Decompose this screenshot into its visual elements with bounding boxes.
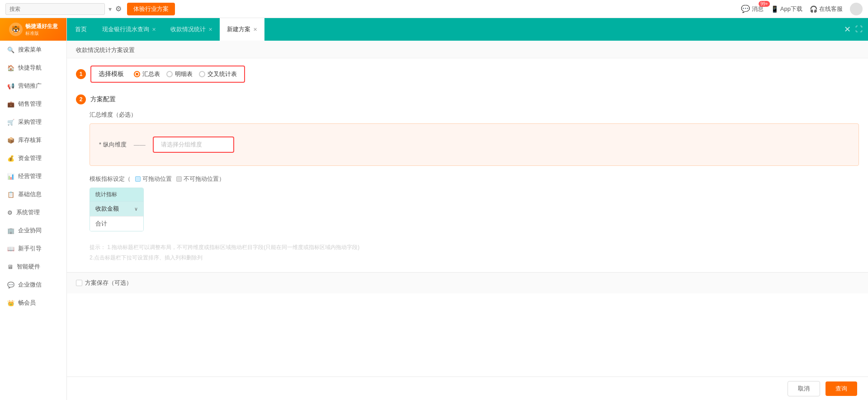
breadcrumb: 收款情况统计方案设置: [67, 41, 868, 58]
bottom-save-row: 方案保存（可选）: [67, 272, 868, 293]
headphone-icon: 🎧: [810, 5, 817, 13]
sidebar-item-collab[interactable]: 🏢企业协同: [0, 221, 66, 240]
metrics-card-sub: 合计: [90, 216, 143, 231]
system-icon: ⚙: [7, 209, 13, 216]
sidebar-item-hardware[interactable]: 🖥智能硬件: [0, 258, 66, 276]
tips-section: 提示： 1.拖动标题栏可以调整布局，不可跨维度或指标区域拖动栏目字段(只能在同一…: [90, 242, 859, 263]
purchase-icon: 🛒: [7, 119, 14, 126]
metrics-group: 统计指标 收款金额 ∨ 合计: [90, 188, 144, 231]
save-checkbox[interactable]: [76, 280, 82, 286]
tab-new-plan-close[interactable]: ✕: [253, 27, 257, 33]
basic-icon: 📋: [7, 191, 14, 198]
home-icon: 🏠: [7, 65, 14, 71]
step1-label: 选择模板: [99, 70, 124, 78]
tab-new-plan-label: 新建方案: [227, 25, 250, 33]
sidebar-item-member[interactable]: 👑畅会员: [0, 294, 66, 312]
step2-label: 方案配置: [90, 95, 116, 104]
management-icon: 📊: [7, 173, 14, 180]
sidebar-item-search[interactable]: 🔍搜索菜单: [0, 41, 66, 59]
dim-arrow: ——: [134, 141, 146, 148]
tab-cash-query-close[interactable]: ✕: [152, 27, 156, 33]
radio-cross[interactable]: 交叉统计表: [199, 70, 237, 78]
dropdown-icon: ▾: [108, 5, 112, 13]
support-btn[interactable]: 🎧 在线客服: [810, 5, 843, 13]
wechat-icon: 💬: [7, 282, 14, 288]
message-icon: 💬: [741, 5, 750, 13]
radio-detail-label: 明细表: [175, 70, 193, 78]
tab-payment-stats-label: 收款情况统计: [170, 25, 206, 33]
inventory-icon: 📦: [7, 137, 14, 144]
sidebar-item-marketing[interactable]: 📢营销推广: [0, 77, 66, 95]
tip2: 2.点击标题栏下拉可设置排序、插入列和删除列: [90, 254, 203, 261]
radio-summary-label: 汇总表: [142, 70, 160, 78]
tab-cash-query-label: 现金银行流水查询: [102, 25, 149, 33]
dimension-title: 汇总维度（必选）: [90, 111, 859, 119]
logo-text: 畅捷通好生意: [25, 23, 58, 30]
save-label: 方案保存（可选）: [85, 279, 132, 287]
gear-icon[interactable]: ⚙: [115, 5, 122, 13]
tab-home[interactable]: 首页: [67, 18, 95, 41]
sidebar-item-inventory[interactable]: 📦库存核算: [0, 131, 66, 149]
tips-title: 提示：: [90, 244, 106, 250]
sidebar-logo: 🐯 畅捷通好生意 标准版: [0, 18, 66, 41]
sidebar-item-wechat[interactable]: 💬企业微信: [0, 276, 66, 294]
tab-new-plan[interactable]: 新建方案 ✕: [220, 18, 264, 41]
sidebar-item-system[interactable]: ⚙系统管理: [0, 203, 66, 221]
step2-badge: 2: [76, 94, 86, 104]
step1-badge: 1: [76, 69, 86, 79]
tab-payment-stats-close[interactable]: ✕: [208, 27, 212, 33]
sidebar-item-basic[interactable]: 📋基础信息: [0, 185, 66, 203]
sidebar-item-purchase[interactable]: 🛒采购管理: [0, 113, 66, 131]
guide-icon: 📖: [7, 245, 14, 252]
sidebar-item-guide[interactable]: 📖新手引导: [0, 240, 66, 258]
message-btn[interactable]: 💬 消息 99+: [741, 5, 764, 13]
sales-icon: 💼: [7, 101, 14, 108]
radio-cross-label: 交叉统计表: [208, 70, 237, 78]
hardware-icon: 🖥: [7, 264, 13, 270]
app-download-btn[interactable]: 📱 App下载: [771, 5, 802, 13]
search-input[interactable]: [5, 3, 105, 15]
tab-cash-query[interactable]: 现金银行流水查询 ✕: [95, 18, 163, 41]
sidebar-item-sales[interactable]: 💼销售管理: [0, 95, 66, 113]
app-download-label: App下载: [780, 5, 802, 13]
cancel-button[interactable]: 取消: [788, 381, 820, 396]
tab-home-label: 首页: [75, 25, 87, 33]
tab-close-all-icon[interactable]: ✕: [844, 24, 851, 34]
footer-bar: 取消 查询: [67, 376, 868, 400]
dim-select-box[interactable]: 请选择分组维度: [153, 136, 234, 153]
tab-payment-stats[interactable]: 收款情况统计 ✕: [163, 18, 220, 41]
sidebar-item-management[interactable]: 📊经营管理: [0, 167, 66, 185]
metrics-setting-label: 模板指标设定（ 可拖动位置 不可拖动位置）: [90, 175, 859, 183]
metrics-group-label: 统计指标: [95, 191, 117, 198]
search-icon: 🔍: [7, 47, 14, 53]
trial-button[interactable]: 体验行业方案: [127, 3, 175, 15]
member-icon: 👑: [7, 300, 14, 306]
avatar[interactable]: [850, 3, 863, 15]
drag-label: 可拖动位置: [142, 175, 172, 183]
marketing-icon: 📢: [7, 83, 14, 89]
chevron-down-icon: ∨: [134, 206, 138, 212]
radio-detail[interactable]: 明细表: [166, 70, 193, 78]
tip1: 1.拖动标题栏可以调整布局，不可跨维度或指标区域拖动栏目字段(只能在同一维度或指…: [107, 244, 359, 250]
finance-icon: 💰: [7, 155, 14, 162]
radio-summary[interactable]: 汇总表: [134, 70, 160, 78]
metrics-card[interactable]: 收款金额 ∨: [90, 202, 143, 216]
dimension-area: * 纵向维度 —— 请选择分组维度: [90, 123, 859, 166]
phone-icon: 📱: [771, 5, 778, 13]
message-badge: 99+: [759, 1, 770, 7]
support-label: 在线客服: [819, 5, 843, 13]
sidebar-item-home[interactable]: 🏠快捷导航: [0, 59, 66, 77]
logo-sub: 标准版: [25, 30, 58, 37]
collab-icon: 🏢: [7, 227, 14, 234]
dim-row-label: * 纵向维度: [99, 141, 127, 149]
sidebar-item-finance[interactable]: 💰资金管理: [0, 149, 66, 167]
metrics-card-title: 收款金额: [95, 205, 119, 213]
no-drag-label: 不可拖动位置）: [184, 175, 225, 183]
tab-expand-icon[interactable]: ⛶: [855, 25, 863, 33]
query-button[interactable]: 查询: [826, 381, 857, 396]
